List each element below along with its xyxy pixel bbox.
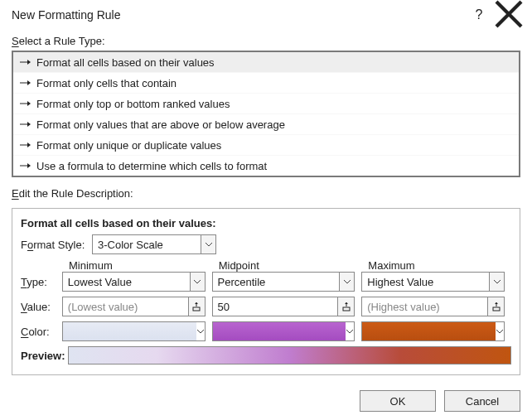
svg-marker-11 — [27, 142, 31, 147]
svg-marker-5 — [27, 80, 31, 85]
arrow-right-icon — [18, 138, 31, 152]
dialog-footer: OK Cancel — [0, 384, 532, 412]
format-style-select[interactable]: 3-Color Scale — [92, 234, 216, 254]
rule-type-item[interactable]: Format only unique or duplicate values — [13, 134, 519, 155]
color-swatch — [362, 322, 496, 340]
format-style-label: Format Style: — [21, 239, 92, 251]
svg-marker-13 — [27, 163, 31, 168]
cancel-button[interactable]: Cancel — [444, 390, 520, 412]
col-header-mid: Midpoint — [219, 259, 362, 272]
range-select-icon[interactable] — [337, 297, 354, 316]
range-select-icon[interactable] — [188, 297, 205, 316]
preview-label: Preview: — [21, 350, 65, 362]
mid-type-select[interactable]: Percentile — [212, 272, 355, 292]
rule-type-item[interactable]: Format only cells that contain — [13, 72, 519, 93]
chevron-down-icon — [339, 273, 354, 291]
color-swatch — [213, 322, 346, 340]
edit-rule-desc-label: Edit the Rule Description: — [12, 187, 520, 200]
close-button[interactable] — [494, 0, 524, 31]
max-type-select[interactable]: Highest Value — [361, 272, 505, 292]
svg-marker-16 — [195, 302, 198, 304]
arrow-right-icon — [18, 118, 31, 131]
min-type-select[interactable]: Lowest Value — [62, 272, 206, 292]
rule-type-item-label: Format only unique or duplicate values — [36, 139, 221, 152]
arrow-right-icon — [18, 56, 31, 69]
format-style-value: 3-Color Scale — [98, 239, 201, 251]
rule-description-panel: Format all cells based on their values: … — [12, 208, 520, 375]
select-rule-type-label: Select a Rule Type: — [12, 35, 520, 47]
color-row-label: Color: — [21, 326, 62, 338]
chevron-down-icon — [489, 273, 504, 291]
svg-rect-20 — [493, 307, 500, 311]
arrow-right-icon — [18, 97, 31, 110]
arrow-right-icon — [18, 76, 31, 89]
rule-type-item[interactable]: Format only values that are above or bel… — [13, 113, 519, 134]
min-color-select[interactable] — [62, 321, 206, 341]
svg-marker-22 — [495, 302, 498, 304]
help-button[interactable]: ? — [464, 7, 494, 22]
min-value-input[interactable]: (Lowest value) — [62, 297, 206, 316]
type-row-label: Type: — [21, 276, 62, 288]
rule-type-list[interactable]: Format all cells based on their values F… — [12, 51, 520, 177]
svg-rect-17 — [343, 307, 350, 311]
dialog-title: New Formatting Rule — [12, 8, 121, 22]
desc-caption: Format all cells based on their values: — [21, 217, 511, 229]
arrow-right-icon — [18, 159, 31, 172]
color-swatch — [63, 322, 196, 340]
svg-marker-3 — [27, 60, 31, 65]
chevron-down-icon — [190, 273, 205, 291]
svg-marker-19 — [345, 302, 348, 304]
rule-type-item-label: Format only cells that contain — [36, 77, 177, 89]
range-select-icon[interactable] — [487, 297, 504, 316]
chevron-down-icon — [201, 235, 215, 253]
rule-type-item-label: Format only values that are above or bel… — [36, 118, 285, 131]
preview-gradient — [68, 346, 511, 364]
max-color-select[interactable] — [361, 321, 505, 341]
svg-rect-14 — [193, 307, 200, 311]
svg-marker-7 — [27, 101, 31, 106]
svg-marker-9 — [27, 122, 31, 127]
value-row-label: Value: — [21, 301, 62, 313]
rule-type-item[interactable]: Format only top or bottom ranked values — [13, 93, 519, 113]
col-header-min: Minimum — [69, 259, 212, 272]
max-value-input[interactable]: (Highest value) — [361, 297, 505, 316]
chevron-down-icon — [496, 326, 504, 338]
ok-button[interactable]: OK — [360, 390, 436, 412]
rule-type-item-label: Use a formula to determine which cells t… — [36, 160, 267, 172]
chevron-down-icon — [196, 326, 205, 338]
rule-type-item-label: Format all cells based on their values — [36, 56, 215, 69]
chevron-down-icon — [346, 326, 354, 338]
title-bar: New Formatting Rule ? — [0, 0, 532, 30]
rule-type-item-label: Format only top or bottom ranked values — [36, 98, 230, 110]
mid-color-select[interactable] — [212, 321, 355, 341]
rule-type-item[interactable]: Use a formula to determine which cells t… — [13, 155, 519, 176]
rule-type-item[interactable]: Format all cells based on their values — [13, 52, 519, 72]
col-header-max: Maximum — [368, 259, 511, 272]
mid-value-input[interactable]: 50 — [212, 297, 355, 316]
